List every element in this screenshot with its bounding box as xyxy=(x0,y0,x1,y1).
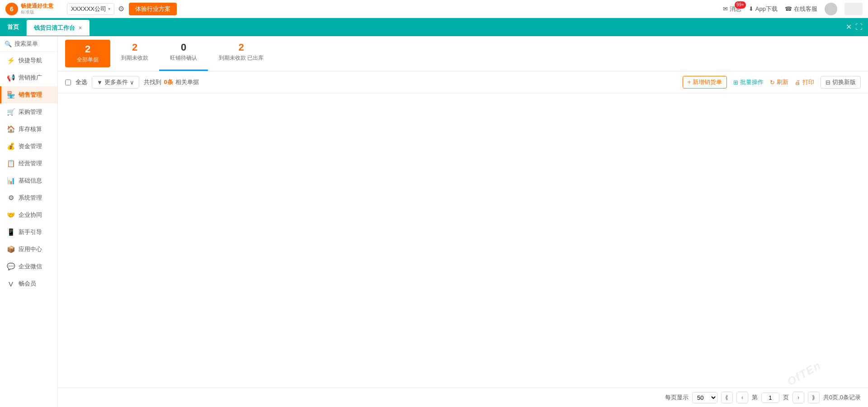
content-area: 2 全部单据 2 到期未收款 0 旺铺待确认 2 到期未收款 已出库 全选 xyxy=(58,36,868,407)
tab-close-icon[interactable]: × xyxy=(79,25,82,31)
operations-icon: 📋 xyxy=(7,159,15,168)
filter-btn[interactable]: ▼ 更多条件 ∨ xyxy=(92,76,139,89)
app-download-btn[interactable]: ⬇ App下载 xyxy=(749,5,778,13)
app-center-label: 应用中心 xyxy=(19,245,42,253)
stat-tab-wangpu[interactable]: 0 旺铺待确认 xyxy=(159,36,208,71)
switch-label: 切换新版 xyxy=(832,78,856,86)
toolbar: 全选 ▼ 更多条件 ∨ 共找到 0条 相关单据 + 新增销货单 ⊞ 批量操作 xyxy=(58,71,868,94)
refresh-btn[interactable]: ↻ 刷新 xyxy=(770,78,788,86)
inventory-icon: 🏠 xyxy=(7,125,15,133)
toolbar-left: 全选 ▼ 更多条件 ∨ 共找到 0条 相关单据 xyxy=(65,76,199,89)
cooperation-icon: 🤝 xyxy=(7,211,15,219)
batch-operation-btn[interactable]: ⊞ 批量操作 xyxy=(733,78,764,86)
sidebar-item-vip[interactable]: V 畅会员 xyxy=(0,275,57,292)
purchase-label: 采购管理 xyxy=(19,108,42,116)
sidebar-item-system[interactable]: ⚙ 系统管理 xyxy=(0,189,57,206)
tab-active[interactable]: 钱货日清工作台 × xyxy=(27,20,90,36)
stat-tab-all[interactable]: 2 全部单据 xyxy=(65,40,110,67)
page-label: 第 xyxy=(752,393,758,402)
filter-icon: ▼ xyxy=(97,79,103,86)
sales-icon: 🏪 xyxy=(7,91,15,99)
top-header: 6 畅捷通好生意 标准版 XXXXXX公司 ▾ ⚙ 体验行业方案 ✉ 消息 99… xyxy=(0,0,868,18)
refresh-label: 刷新 xyxy=(777,78,788,86)
tab-bar-actions: ✕ ⛶ xyxy=(846,23,868,31)
sidebar-item-inventory[interactable]: 🏠 库存核算 xyxy=(0,121,57,138)
sidebar-item-app-center[interactable]: 📦 应用中心 xyxy=(0,241,57,258)
add-order-btn[interactable]: + 新增销货单 xyxy=(683,76,727,89)
sidebar-item-finance[interactable]: 💰 资金管理 xyxy=(0,138,57,155)
stat-unshipped-label: 到期未收款 已出库 xyxy=(219,54,264,62)
sidebar-item-sales[interactable]: 🏪 销售管理 xyxy=(0,86,57,103)
wechat-label: 企业微信 xyxy=(19,262,42,271)
switch-version-btn[interactable]: ⊟ 切换新版 xyxy=(821,76,861,89)
stat-wangpu-label: 旺铺待确认 xyxy=(170,54,197,62)
batch-icon: ⊞ xyxy=(733,79,738,86)
stat-all-label: 全部单据 xyxy=(77,56,99,64)
stat-wangpu-num: 0 xyxy=(181,42,186,53)
logo-text-area: 畅捷通好生意 标准版 xyxy=(21,3,53,14)
tab-minimize-icon[interactable]: ✕ xyxy=(846,23,852,31)
page-suffix: 页 xyxy=(783,393,789,402)
guide-label: 新手引导 xyxy=(19,228,42,236)
search-label: 搜索菜单 xyxy=(14,40,38,48)
sidebar-item-basic-info[interactable]: 📊 基础信息 xyxy=(0,172,57,189)
sidebar-search[interactable]: 🔍 搜索菜单 xyxy=(0,36,57,52)
page-size-label: 每页显示 xyxy=(665,393,689,402)
settings-icon[interactable]: ⚙ xyxy=(118,5,124,13)
tab-home[interactable]: 首页 xyxy=(0,18,27,36)
chevron-down-icon: ▾ xyxy=(108,6,110,11)
sidebar-item-purchase[interactable]: 🛒 采购管理 xyxy=(0,103,57,121)
header-right: ✉ 消息 99+ ⬇ App下载 ☎ 在线客服 xyxy=(723,3,863,15)
stat-unshipped-num: 2 xyxy=(239,42,244,53)
vip-icon: V xyxy=(7,280,15,288)
lightning-icon: ⚡ xyxy=(7,56,15,65)
stat-tab-overdue[interactable]: 2 到期未收款 xyxy=(110,36,159,71)
stat-all-num: 2 xyxy=(85,43,90,55)
filter-chevron-icon: ∨ xyxy=(130,79,134,86)
app-download-label: App下载 xyxy=(755,5,778,13)
system-label: 系统管理 xyxy=(19,194,42,202)
app-center-icon: 📦 xyxy=(7,245,15,253)
sidebar-item-cooperation[interactable]: 🤝 企业协同 xyxy=(0,206,57,224)
found-text: 共找到 0条 相关单据 xyxy=(144,78,199,86)
sidebar-item-operations[interactable]: 📋 经营管理 xyxy=(0,155,57,172)
logo-title: 畅捷通好生意 xyxy=(21,3,53,9)
tab-expand-icon[interactable]: ⛶ xyxy=(855,23,863,31)
inventory-label: 库存核算 xyxy=(19,125,42,133)
avatar[interactable] xyxy=(825,3,837,15)
page-next-btn[interactable]: › xyxy=(793,392,804,403)
online-service-btn[interactable]: ☎ 在线客服 xyxy=(785,5,817,13)
table-area xyxy=(58,94,868,388)
page-last-btn[interactable]: ⟫ xyxy=(808,392,820,403)
page-number-input[interactable]: 1 xyxy=(761,393,779,403)
filter-label: 更多条件 xyxy=(104,78,128,86)
finance-icon: 💰 xyxy=(7,142,15,150)
wechat-icon: 💬 xyxy=(7,262,15,271)
company-selector[interactable]: XXXXXX公司 ▾ xyxy=(67,3,114,15)
page-first-btn[interactable]: ⟪ xyxy=(721,392,733,403)
home-tab-label: 首页 xyxy=(7,23,19,31)
user-menu[interactable] xyxy=(844,3,863,15)
operations-label: 经营管理 xyxy=(19,159,42,168)
select-all-checkbox[interactable] xyxy=(65,80,71,85)
stats-tabs: 2 全部单据 2 到期未收款 0 旺铺待确认 2 到期未收款 已出库 xyxy=(58,36,868,71)
page-size-select[interactable]: 50 100 200 xyxy=(692,392,717,403)
toolbar-right: + 新增销货单 ⊞ 批量操作 ↻ 刷新 🖨 打印 ⊟ 切换新版 xyxy=(683,76,861,89)
finance-label: 资金管理 xyxy=(19,142,42,150)
page-prev-btn[interactable]: ‹ xyxy=(736,392,748,403)
print-icon: 🖨 xyxy=(795,79,801,86)
stat-tab-unshipped[interactable]: 2 到期未收款 已出库 xyxy=(208,36,274,71)
trial-btn[interactable]: 体验行业方案 xyxy=(129,3,177,15)
guide-icon: 📱 xyxy=(7,228,15,236)
basic-info-label: 基础信息 xyxy=(19,177,42,185)
messages-btn[interactable]: ✉ 消息 99+ xyxy=(723,5,741,13)
sidebar-item-quick-nav[interactable]: ⚡ 快捷导航 xyxy=(0,52,57,69)
stat-overdue-label: 到期未收款 xyxy=(121,54,148,62)
logo-icon: 6 xyxy=(5,3,18,15)
sidebar-item-marketing[interactable]: 📢 营销推广 xyxy=(0,69,57,86)
sidebar-item-wechat[interactable]: 💬 企业微信 xyxy=(0,258,57,275)
empty-content xyxy=(58,94,868,388)
sidebar-item-guide[interactable]: 📱 新手引导 xyxy=(0,224,57,241)
print-btn[interactable]: 🖨 打印 xyxy=(795,78,814,86)
select-all-label: 全选 xyxy=(75,78,87,86)
